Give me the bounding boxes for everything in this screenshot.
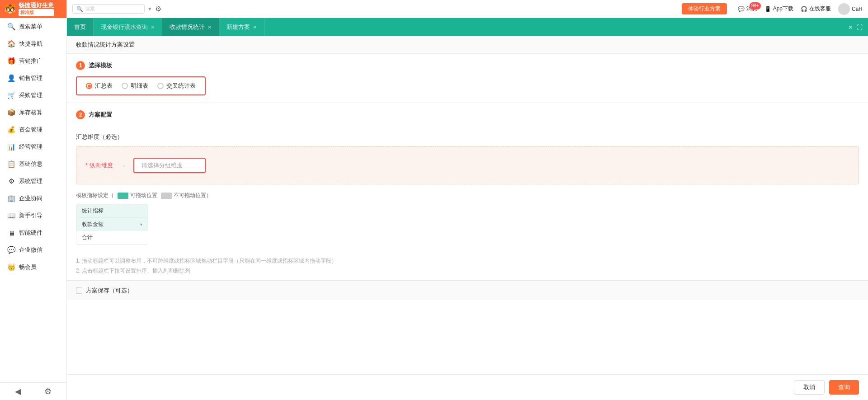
tab-new-plan-label: 新建方案	[226, 23, 250, 31]
sidebar-item-label: 基础信息	[19, 160, 42, 168]
no-drag-label: 不可拖动位置）	[174, 192, 212, 199]
tab-collection-stats-close-icon[interactable]: ✕	[208, 24, 212, 30]
sidebar-item-finance[interactable]: 💰 资金管理	[0, 121, 66, 138]
tab-bank-flow[interactable]: 现金银行流水查询 ✕	[94, 18, 162, 36]
chat-icon: 💬	[7, 246, 15, 254]
user-profile-item[interactable]: CaR	[838, 3, 863, 15]
sidebar-item-label: 资金管理	[19, 126, 42, 134]
sidebar-item-wechat[interactable]: 💬 企业微信	[0, 241, 66, 259]
drag-tag: 可拖动位置	[118, 192, 157, 199]
sidebar-bottom: ◀ ⚙	[0, 382, 66, 400]
tab-collection-stats-label: 收款情况统计	[170, 23, 205, 31]
tab-bank-flow-close-icon[interactable]: ✕	[151, 24, 155, 30]
tabbar-actions: ✕ ⛶	[843, 18, 868, 36]
no-drag-tag: 不可拖动位置）	[161, 192, 212, 199]
tabbar-close-icon[interactable]: ✕	[848, 24, 853, 31]
radio-cross-circle	[157, 83, 164, 89]
sidebar-item-label: 畅会员	[19, 263, 37, 271]
step2-title: 方案配置	[89, 111, 112, 119]
industry-button[interactable]: 体验行业方案	[682, 3, 727, 14]
settings-icon[interactable]: ⚙	[155, 5, 161, 13]
tabbar-expand-icon[interactable]: ⛶	[857, 24, 863, 31]
query-button[interactable]: 查询	[829, 380, 859, 395]
content-area: 收款情况统计方案设置 1 选择模板 汇总表 明细表	[67, 36, 868, 374]
sidebar-item-search-menu[interactable]: 🔍 搜索菜单	[0, 18, 66, 35]
sidebar-item-label: 采购管理	[19, 91, 42, 99]
stats-table-header: 统计指标	[76, 204, 148, 218]
sidebar-item-member[interactable]: 👑 畅会员	[0, 259, 66, 276]
radio-detail[interactable]: 明细表	[122, 82, 148, 90]
sidebar-item-label: 营销推广	[19, 57, 42, 65]
topbar-dropdown-icon[interactable]: ▾	[148, 5, 151, 12]
topbar-search-box[interactable]: 🔍 搜索	[72, 4, 145, 14]
crown-icon: 👑	[7, 263, 15, 271]
step2-header: 2 方案配置	[76, 110, 859, 119]
tab-new-plan[interactable]: 新建方案 ✕	[219, 18, 264, 36]
gift-icon: 🎁	[7, 57, 15, 65]
tab-bank-flow-label: 现金银行流水查询	[101, 23, 148, 31]
sidebar-item-label: 快捷导航	[19, 40, 42, 48]
doc-icon: 📋	[7, 160, 15, 168]
metrics-header: 模板指标设定（ 可拖动位置 不可拖动位置）	[76, 192, 859, 199]
sidebar-item-sales[interactable]: 👤 销售管理	[0, 70, 66, 87]
monitor-icon: 🖥	[7, 229, 15, 237]
tabbar: 首页 现金银行流水查询 ✕ 收款情况统计 ✕ 新建方案 ✕ ✕ ⛶	[67, 18, 868, 36]
logo-icon: 🐯	[5, 4, 16, 14]
home-icon: 🏠	[7, 40, 15, 48]
sidebar-item-purchase[interactable]: 🛒 采购管理	[0, 87, 66, 104]
sidebar-item-inventory[interactable]: 📦 库存核算	[0, 104, 66, 121]
sidebar-item-label: 搜索菜单	[19, 23, 42, 31]
radio-cross[interactable]: 交叉统计表	[157, 82, 196, 90]
sidebar-item-marketing[interactable]: 🎁 营销推广	[0, 52, 66, 70]
service-item[interactable]: 🎧 在线客服	[801, 5, 831, 13]
stats-col-row[interactable]: 收款金额 ▾	[76, 218, 148, 231]
save-plan-label: 方案保存（可选）	[86, 287, 133, 295]
template-radio-group: 汇总表 明细表 交叉统计表	[86, 82, 196, 90]
message-item[interactable]: 💬 消息 99+	[738, 5, 757, 13]
sidebar: 🐯 畅捷通好生意 标准版 🔍 搜索菜单 🏠 快捷导航 🎁 营销推广 👤 销售管理…	[0, 0, 67, 400]
sidebar-item-system[interactable]: ⚙ 系统管理	[0, 173, 66, 190]
step1-section: 1 选择模板 汇总表 明细表	[67, 54, 868, 103]
step2-badge: 2	[76, 110, 85, 119]
sidebar-collapse-icon[interactable]: ◀	[15, 386, 21, 396]
cart-icon: 🛒	[7, 91, 15, 99]
radio-cross-label: 交叉统计表	[166, 82, 196, 90]
avatar	[838, 3, 850, 15]
cancel-button[interactable]: 取消	[794, 380, 825, 395]
topbar: 🔍 搜索 ▾ ⚙ 体验行业方案 💬 消息 99+ 📱 App下载 🎧 在线客服 …	[67, 0, 868, 18]
tab-home-label: 首页	[74, 23, 86, 31]
col-label: 收款金额	[82, 221, 104, 228]
sidebar-item-enterprise[interactable]: 🏢 企业协同	[0, 190, 66, 207]
tab-home[interactable]: 首页	[67, 18, 94, 36]
radio-summary[interactable]: 汇总表	[86, 82, 113, 90]
sidebar-item-label: 系统管理	[19, 177, 42, 185]
sidebar-item-quick-nav[interactable]: 🏠 快捷导航	[0, 35, 66, 52]
dim-placeholder: 请选择分组维度	[142, 162, 183, 169]
tab-collection-stats[interactable]: 收款情况统计 ✕	[162, 18, 219, 36]
sidebar-item-label: 库存核算	[19, 108, 42, 117]
sidebar-item-operation[interactable]: 📊 经营管理	[0, 138, 66, 155]
sidebar-item-guide[interactable]: 📖 新手引导	[0, 207, 66, 224]
dim-selector-dropdown[interactable]: 请选择分组维度	[133, 158, 206, 173]
dim-arrow-icon: →	[120, 162, 126, 169]
dim-subtitle: 汇总维度（必选）	[76, 133, 859, 141]
sidebar-settings-icon[interactable]: ⚙	[44, 386, 52, 396]
save-plan-checkbox[interactable]	[76, 287, 82, 294]
row-dim-label: * 纵向维度	[85, 161, 113, 169]
tips-section: 1. 拖动标题栏可以调整布局，不可跨维度或指标区域拖动栏目字段（只能在同一维度或…	[67, 252, 868, 280]
money-icon: 💰	[7, 126, 15, 134]
sidebar-item-label: 经营管理	[19, 143, 42, 151]
sidebar-item-label: 新手引导	[19, 212, 42, 220]
sidebar-item-hardware[interactable]: 🖥 智能硬件	[0, 224, 66, 241]
sidebar-item-label: 智能硬件	[19, 229, 42, 237]
sidebar-item-basic[interactable]: 📋 基础信息	[0, 155, 66, 173]
tab-new-plan-close-icon[interactable]: ✕	[253, 24, 257, 30]
logo-text: 畅捷通好生意	[19, 2, 54, 9]
service-icon: 🎧	[801, 6, 807, 12]
action-bar: 取消 查询	[67, 374, 868, 400]
app-download-item[interactable]: 📱 App下载	[764, 5, 793, 13]
message-badge: 99+	[750, 2, 761, 9]
search-icon: 🔍	[76, 6, 83, 12]
step2-section: 2 方案配置	[67, 103, 868, 133]
no-draggable-indicator	[161, 193, 172, 199]
